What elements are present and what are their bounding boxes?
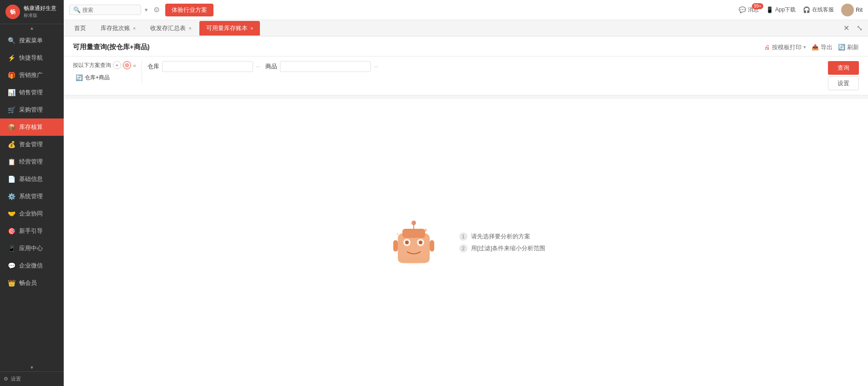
tab-home-label: 首页	[74, 24, 86, 32]
sidebar-item-system[interactable]: ⚙️ 系统管理	[0, 188, 64, 205]
sidebar-item-app-center[interactable]: 📱 应用中心	[0, 240, 64, 257]
collapse-icon[interactable]: «	[133, 62, 136, 69]
query-button[interactable]: 查询	[828, 61, 859, 75]
tab-available-ledger[interactable]: 可用量库存账本 ×	[199, 21, 260, 36]
tab-collect-summary[interactable]: 收发存汇总表 ×	[143, 21, 198, 36]
sidebar-label-quick-nav: 快捷导航	[19, 54, 43, 62]
filter-actions: 查询 设置	[828, 61, 859, 90]
content-area: 可用量查询(按仓库+商品) 🖨 按模板打印 ▾ 📤 导出 🔄 刷新	[64, 36, 868, 386]
avatar	[841, 4, 854, 16]
purchase-icon: 🛒	[7, 106, 15, 114]
search-icon: 🔍	[73, 6, 81, 13]
sidebar-label-search: 搜索菜单	[19, 36, 43, 45]
tab-batch-account-close[interactable]: ×	[133, 26, 136, 31]
sidebar-item-quick-nav[interactable]: ⚡ 快捷导航	[0, 49, 64, 67]
sidebar-item-operations[interactable]: 📋 经营管理	[0, 153, 64, 170]
product-label: 商品	[265, 62, 277, 71]
svg-text:✦: ✦	[396, 232, 399, 237]
sidebar-item-basic-info[interactable]: 📄 基础信息	[0, 170, 64, 188]
close-tab-button[interactable]: ✕	[842, 23, 851, 33]
empty-hint-item-1: 1 请先选择要分析的方案	[459, 232, 545, 241]
warehouse-label: 仓库	[147, 62, 159, 71]
message-icon: 💬	[739, 6, 746, 13]
scheme-active-icon: 🔄	[76, 74, 83, 81]
warehouse-more-btn[interactable]: ···	[256, 64, 260, 69]
settings-button[interactable]: 设置	[828, 77, 859, 90]
scheme-item-warehouse-product[interactable]: 🔄 仓库+商品	[73, 72, 136, 83]
svg-rect-2	[402, 229, 425, 238]
expand-tab-button[interactable]: ⤡	[855, 23, 864, 33]
print-action[interactable]: 🖨 按模板打印 ▾	[764, 43, 806, 51]
print-dropdown-icon[interactable]: ▾	[803, 44, 806, 50]
filter-scheme-header: 按以下方案查询 + ⚙ «	[73, 61, 136, 69]
user-menu[interactable]: Rit	[841, 4, 863, 16]
tab-batch-account[interactable]: 库存批次账 ×	[94, 21, 142, 36]
tab-available-ledger-close[interactable]: ×	[250, 26, 253, 31]
export-action[interactable]: 📤 导出	[812, 43, 832, 51]
sidebar-item-marketing[interactable]: 🎁 营销推广	[0, 67, 64, 84]
dropdown-icon[interactable]: ▾	[145, 6, 148, 13]
sidebar-item-guide[interactable]: 🎯 新手引导	[0, 222, 64, 240]
app-download-button[interactable]: 📱 App下载	[766, 6, 796, 14]
sidebar-item-member[interactable]: 👑 畅会员	[0, 274, 64, 292]
hint-text-1: 请先选择要分析的方案	[471, 232, 530, 241]
sidebar-item-finance[interactable]: 💰 资金管理	[0, 136, 64, 153]
gear-icon[interactable]: ⚙	[152, 4, 162, 16]
message-button[interactable]: 💬 消息 99+	[739, 6, 759, 14]
filter-scheme: 按以下方案查询 + ⚙ « 🔄 仓库+商品	[73, 61, 142, 83]
print-label: 按模板打印	[772, 43, 802, 51]
operations-icon: 📋	[7, 158, 15, 166]
system-icon: ⚙️	[7, 192, 15, 201]
filter-scheme-title: 按以下方案查询	[73, 62, 111, 69]
warehouse-input[interactable]	[162, 61, 253, 72]
wechat-icon: 💬	[7, 262, 15, 270]
sidebar-nav: 🔍 搜索菜单 ⚡ 快捷导航 🎁 营销推广 📊 销售管理 🛒 采购管理 📦 库存核…	[0, 32, 64, 364]
sidebar-item-search[interactable]: 🔍 搜索菜单	[0, 32, 64, 49]
svg-text:✦: ✦	[423, 226, 428, 234]
sidebar-app-title: 畅康通好生意	[24, 5, 56, 12]
settings-scheme-button[interactable]: ⚙	[123, 61, 131, 69]
export-label: 导出	[821, 43, 832, 51]
refresh-action[interactable]: 🔄 刷新	[838, 43, 859, 51]
tab-home[interactable]: 首页	[67, 21, 93, 36]
sidebar-logo: 畅	[5, 5, 20, 19]
empty-content: ✦ ✦ 1 请先选择要分析的方案 2 用[过滤]条件来缩小分析范围	[386, 215, 545, 270]
sidebar-label-purchase: 采购管理	[19, 106, 43, 114]
svg-rect-7	[393, 240, 398, 252]
trial-button[interactable]: 体验行业方案	[165, 4, 213, 16]
add-scheme-button[interactable]: +	[113, 61, 121, 69]
sidebar-item-sales[interactable]: 📊 销售管理	[0, 84, 64, 101]
filter-area: 按以下方案查询 + ⚙ « 🔄 仓库+商品 仓库 ··· 商品	[64, 57, 868, 95]
sidebar-label-cooperation: 企业协同	[19, 210, 43, 218]
sidebar-scroll-up[interactable]: ▲	[0, 24, 64, 32]
sidebar-label-app-center: 应用中心	[19, 244, 43, 252]
sidebar-item-inventory[interactable]: 📦 库存核算	[0, 118, 64, 136]
svg-rect-8	[430, 240, 434, 252]
tabs-right-actions: ✕ ⤡	[842, 23, 864, 33]
search-input[interactable]	[82, 7, 137, 13]
sidebar-scroll-down[interactable]: ▼	[0, 364, 64, 371]
sidebar-label-finance: 资金管理	[19, 140, 43, 149]
topbar: 🔍 ▾ ⚙ 体验行业方案 💬 消息 99+ 📱 App下载 🎧 在线客服 Rit	[64, 0, 868, 20]
cooperation-icon: 🤝	[7, 210, 15, 218]
tab-collect-summary-close[interactable]: ×	[188, 26, 191, 31]
sidebar-footer[interactable]: ⚙ 设置	[0, 371, 64, 386]
topbar-search-box[interactable]: 🔍	[69, 5, 141, 15]
sidebar-label-basic-info: 基础信息	[19, 175, 43, 183]
page-title: 可用量查询(按仓库+商品)	[73, 43, 150, 51]
sidebar-header: 畅 畅康通好生意 标准版	[0, 0, 64, 24]
empty-hint: 1 请先选择要分析的方案 2 用[过滤]条件来缩小分析范围	[459, 232, 545, 252]
product-input[interactable]	[280, 61, 371, 72]
sidebar-label-system: 系统管理	[19, 192, 43, 201]
hint-num-1: 1	[459, 232, 467, 241]
online-service-button[interactable]: 🎧 在线客服	[803, 6, 834, 14]
svg-point-10	[411, 221, 416, 225]
sidebar-item-purchase[interactable]: 🛒 采购管理	[0, 101, 64, 118]
sidebar-item-cooperation[interactable]: 🤝 企业协同	[0, 205, 64, 222]
filter-field-warehouse: 仓库 ···	[147, 61, 260, 72]
product-more-btn[interactable]: ···	[374, 64, 378, 69]
marketing-icon: 🎁	[7, 71, 15, 79]
sidebar-item-wechat[interactable]: 💬 企业微信	[0, 257, 64, 274]
empty-svg: ✦ ✦	[386, 215, 441, 270]
sidebar-label-member: 畅会员	[19, 279, 37, 287]
